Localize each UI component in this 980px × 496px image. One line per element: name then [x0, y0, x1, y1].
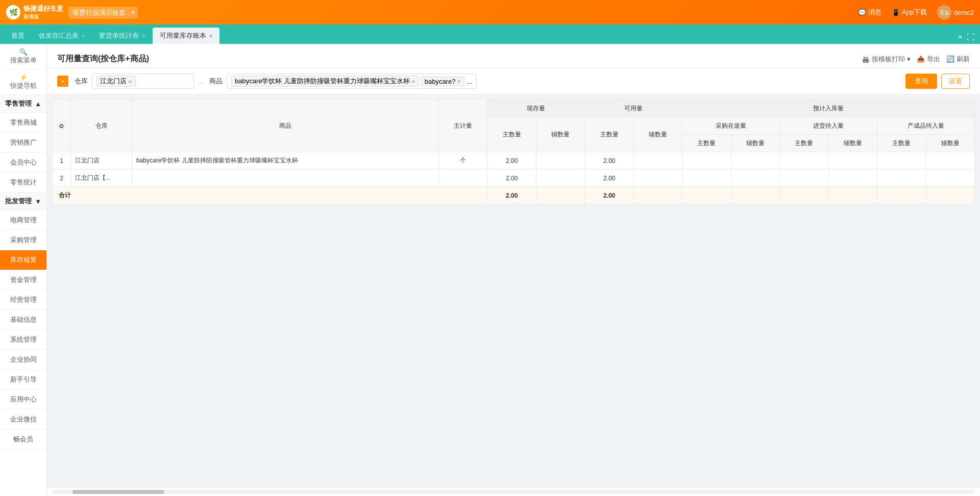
sidebar-operations-label: 经营管理	[10, 295, 37, 304]
sidebar-ecommerce-label: 电商管理	[10, 216, 37, 225]
sidebar-inventory-label: 库存核算	[10, 255, 37, 265]
sidebar-new-guide-label: 新手引导	[10, 375, 37, 384]
sidebar-item-retail-stats[interactable]: 零售统计	[0, 173, 46, 193]
print-label: 按模板打印	[872, 55, 905, 64]
product-tag1-value: babycare学饮杯 儿童防摔防撞吸管杯重力球吸嘴杯宝宝水杯	[235, 77, 410, 86]
window-maximize-button[interactable]: ⛶	[967, 33, 975, 42]
total-incoming-aux	[828, 187, 877, 204]
sidebar-retail-mgmt-label: 零售管理	[5, 99, 32, 108]
horizontal-scrollbar[interactable]	[52, 490, 975, 494]
cell-avail-main-1: 2.00	[585, 152, 633, 170]
tab-receive-close[interactable]: ×	[82, 33, 85, 39]
app-download-button[interactable]: 📱 App下载	[892, 8, 927, 17]
th-settings[interactable]: ⚙	[53, 100, 71, 152]
nav-tabs: 首页 收发存汇总表 × 要货单统计表 × 可用量库存账本 × × ⛶	[0, 25, 980, 44]
sidebar-item-retail-mall[interactable]: 零售商城	[0, 113, 46, 133]
account-selector-wrap[interactable]: 母婴行业演示账套	[68, 7, 138, 18]
th-incoming-aux: 辅数量	[828, 135, 877, 152]
tab-receive-label: 收发存汇总表	[39, 31, 79, 40]
message-button[interactable]: 💬 消息	[858, 8, 881, 17]
refresh-label: 刷新	[957, 55, 970, 64]
th-stock-aux: 辅数量	[536, 117, 584, 152]
expand-filter-button[interactable]: »	[57, 76, 68, 87]
warehouse-filter-tag: 江北门店 ×	[96, 76, 136, 87]
cell-stock-aux-2	[536, 170, 584, 187]
total-stock-aux	[536, 187, 584, 204]
sidebar-item-new-guide[interactable]: 新手引导	[0, 370, 46, 390]
print-button[interactable]: 🖨️ 按模板打印 ▾	[862, 55, 911, 64]
filter-actions: 查询 设置	[905, 74, 970, 89]
sidebar-chang-member-label: 畅会员	[13, 435, 33, 444]
warehouse-tag-remove[interactable]: ×	[128, 78, 132, 85]
tab-receive[interactable]: 收发存汇总表 ×	[32, 28, 92, 44]
export-label: 导出	[927, 55, 940, 64]
product-filter-ellipsis: ...	[467, 78, 472, 85]
query-button[interactable]: 查询	[905, 74, 937, 89]
page-header: 可用量查询(按仓库+商品) 🖨️ 按模板打印 ▾ 📤 导出 🔄 刷新	[47, 44, 980, 68]
tab-order-stat[interactable]: 要货单统计表 ×	[92, 28, 152, 44]
tab-available[interactable]: 可用量库存账本 ×	[153, 28, 219, 44]
warehouse-filter-input[interactable]: 江北门店 ×	[92, 74, 194, 89]
th-purchase-main: 主数量	[682, 135, 731, 152]
cell-avail-aux-1	[633, 152, 682, 170]
cell-avail-aux-2	[633, 170, 682, 187]
sidebar-item-purchase[interactable]: 采购管理	[0, 230, 46, 250]
product-filter-input[interactable]: babycare学饮杯 儿童防摔防撞吸管杯重力球吸嘴杯宝宝水杯 × babyca…	[227, 74, 477, 89]
product-tag1-remove[interactable]: ×	[411, 78, 415, 85]
chevron-down-icon: ▼	[35, 198, 41, 205]
th-planned-group: 预计入库量	[682, 100, 975, 117]
user-profile[interactable]: Ea demo2	[937, 5, 974, 19]
top-bar: 🌿 畅捷通好生意 标准版 母婴行业演示账套 💬 消息 📱 App下载 Ea de…	[0, 0, 980, 25]
cell-purchase-aux-2	[731, 170, 779, 187]
total-avail-main: 2.00	[585, 187, 633, 204]
th-incoming-main: 主数量	[780, 135, 828, 152]
export-button[interactable]: 📤 导出	[917, 55, 940, 64]
refresh-button[interactable]: 🔄 刷新	[946, 55, 970, 64]
total-avail-aux	[633, 187, 682, 204]
th-avail-main: 主数量	[585, 117, 633, 152]
sidebar-item-enterprise-collab[interactable]: 企业协同	[0, 350, 46, 370]
tab-available-close[interactable]: ×	[209, 33, 212, 39]
product-filter-tag1: babycare学饮杯 儿童防摔防撞吸管杯重力球吸嘴杯宝宝水杯 ×	[231, 76, 419, 87]
th-incoming-sub: 进货待入量	[780, 117, 877, 135]
sidebar-item-system[interactable]: 系统管理	[0, 330, 46, 350]
sidebar-item-ecommerce[interactable]: 电商管理	[0, 210, 46, 230]
sidebar-search[interactable]: 🔍 搜索菜单	[0, 44, 46, 69]
cell-finished-main-2	[877, 170, 926, 187]
window-close-button[interactable]: ×	[958, 33, 963, 42]
print-icon: 🖨️	[862, 55, 870, 63]
sidebar-quick-nav[interactable]: ⚡ 快捷导航	[0, 69, 46, 95]
scroll-thumb[interactable]	[72, 490, 164, 494]
sidebar-item-wholesale-mgmt[interactable]: 批发管理 ▼	[0, 193, 46, 210]
scroll-bar-area	[47, 487, 980, 496]
product-filter-tag2: babycare? ×	[421, 77, 464, 86]
th-available-group: 可用量	[585, 100, 682, 117]
user-name: demo2	[953, 9, 974, 16]
tab-order-stat-label: 要货单统计表	[99, 31, 139, 40]
sidebar-app-center-label: 应用中心	[10, 395, 37, 404]
total-purchase-aux	[731, 187, 779, 204]
cell-stock-main-2: 2.00	[487, 170, 536, 187]
sidebar-item-enterprise-wechat[interactable]: 企业微信	[0, 410, 46, 430]
tab-home[interactable]: 首页	[4, 28, 32, 44]
cell-finished-aux-2	[926, 170, 974, 187]
total-stock-main: 2.00	[487, 187, 536, 204]
sidebar-item-basic-info[interactable]: 基础信息	[0, 310, 46, 330]
sidebar-item-app-center[interactable]: 应用中心	[0, 390, 46, 410]
product-tag2-remove[interactable]: ×	[457, 78, 461, 85]
tab-order-stat-close[interactable]: ×	[142, 33, 145, 39]
th-purchase-sub: 采购在途量	[682, 117, 780, 135]
sidebar-item-retail-mgmt[interactable]: 零售管理 ▲	[0, 95, 46, 113]
product-tag2-value: babycare?	[425, 78, 456, 85]
sidebar-item-member-center[interactable]: 会员中心	[0, 153, 46, 173]
settings-button[interactable]: 设置	[941, 74, 970, 89]
sidebar-item-chang-member[interactable]: 畅会员	[0, 430, 46, 450]
sidebar-item-inventory[interactable]: 库存核算	[0, 250, 46, 270]
account-selector[interactable]: 母婴行业演示账套	[68, 7, 138, 18]
sidebar-item-finance[interactable]: 资金管理	[0, 270, 46, 290]
total-purchase-main	[682, 187, 731, 204]
table-area: ⚙ 仓库 商品 主计量 现存量 可用量 预计入库量 主数量 辅数量 主数量 辅数…	[47, 95, 980, 487]
sidebar-item-marketing[interactable]: 营销推广	[0, 133, 46, 153]
warehouse-filter-ellipsis: ...	[198, 78, 203, 85]
sidebar-item-operations[interactable]: 经营管理	[0, 290, 46, 310]
